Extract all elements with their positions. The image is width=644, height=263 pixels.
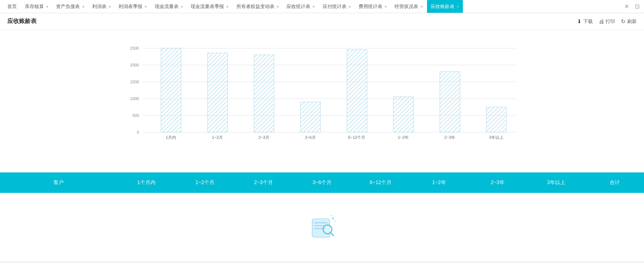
tab-home[interactable]: 首页 bbox=[3, 3, 21, 10]
tab-ap-stat[interactable]: 应付统计表 × bbox=[319, 0, 355, 13]
tab-close-profit[interactable]: × bbox=[109, 4, 111, 9]
svg-text:1500: 1500 bbox=[130, 80, 139, 84]
tab-close-ar-aging[interactable]: × bbox=[457, 4, 459, 9]
page-title: 应收账龄表 bbox=[7, 18, 37, 25]
svg-point-32 bbox=[331, 215, 332, 216]
tab-close-profit-quarterly[interactable]: × bbox=[145, 4, 147, 9]
bar-chart: 0 500 1000 1500 2000 2500 1月内 bbox=[15, 37, 629, 147]
window-maximize-button[interactable]: ⊡ bbox=[633, 3, 641, 10]
svg-point-31 bbox=[334, 221, 336, 222]
tab-cashflow-quarterly[interactable]: 现金流量表季报 × bbox=[187, 0, 232, 13]
table-header: 客户 1个月内 1~2个月 2~3个月 3~6个月 6~12个月 1~2年 2~… bbox=[0, 172, 644, 193]
bar-6~12个月 bbox=[347, 50, 367, 132]
bar-1月内 bbox=[161, 48, 181, 132]
tab-close-balance[interactable]: × bbox=[82, 4, 84, 9]
tab-close-equity[interactable]: × bbox=[277, 4, 279, 9]
tab-close-cashflow-quarterly[interactable]: × bbox=[226, 4, 228, 9]
th-customer: 客户 bbox=[0, 179, 117, 186]
svg-text:2500: 2500 bbox=[130, 46, 139, 50]
empty-state bbox=[0, 193, 644, 244]
svg-text:1~2月: 1~2月 bbox=[212, 135, 223, 140]
svg-text:2~3月: 2~3月 bbox=[258, 135, 269, 140]
th-3-6month: 3~6个月 bbox=[293, 179, 351, 186]
bar-1~2月 bbox=[207, 53, 228, 132]
tab-operations[interactable]: 经营状况表 × bbox=[391, 0, 427, 13]
chart-area: 0 500 1000 1500 2000 2500 1月内 bbox=[0, 30, 644, 172]
tab-ar-stat[interactable]: 应收统计表 × bbox=[283, 0, 319, 13]
tab-close-operations[interactable]: × bbox=[420, 4, 423, 9]
tab-close-cashflow[interactable]: × bbox=[181, 4, 183, 9]
svg-text:1~2年: 1~2年 bbox=[398, 135, 409, 140]
th-6-12month: 6~12个月 bbox=[351, 179, 410, 186]
header-actions: ⬇ 下载 🖨 打印 ↻ 刷新 bbox=[577, 18, 637, 25]
tab-expense[interactable]: 费用统计表 × bbox=[355, 0, 391, 13]
tab-bar: 首页 库存核算 × 资产负债表 × 利润表 × 利润表季报 × 现金流量表 × … bbox=[0, 0, 644, 13]
svg-text:6~12个月: 6~12个月 bbox=[348, 135, 366, 140]
bar-2~3月 bbox=[254, 55, 274, 132]
print-button[interactable]: 🖨 打印 bbox=[599, 18, 615, 25]
refresh-button[interactable]: ↻ 刷新 bbox=[621, 18, 637, 25]
download-icon: ⬇ bbox=[577, 18, 582, 25]
bar-2~3年 bbox=[440, 72, 460, 132]
refresh-icon: ↻ bbox=[621, 18, 626, 25]
print-icon: 🖨 bbox=[599, 18, 604, 24]
empty-illustration bbox=[304, 207, 340, 244]
tab-profit[interactable]: 利润表 × bbox=[89, 0, 115, 13]
tab-equity[interactable]: 所有者权益变动表 × bbox=[233, 0, 283, 13]
svg-text:2~3年: 2~3年 bbox=[444, 135, 455, 140]
page-header: 应收账龄表 ⬇ 下载 🖨 打印 ↻ 刷新 bbox=[0, 13, 644, 30]
tab-close-expense[interactable]: × bbox=[385, 4, 387, 9]
th-3plus: 3年以上 bbox=[527, 179, 585, 186]
tab-profit-quarterly[interactable]: 利润表季报 × bbox=[115, 0, 151, 13]
tab-close-ap-stat[interactable]: × bbox=[349, 4, 351, 9]
download-button[interactable]: ⬇ 下载 bbox=[577, 18, 593, 25]
svg-text:1000: 1000 bbox=[130, 96, 139, 101]
svg-text:2000: 2000 bbox=[130, 63, 139, 67]
chart-container: 0 500 1000 1500 2000 2500 1月内 bbox=[15, 37, 629, 147]
tab-inventory[interactable]: 库存核算 × bbox=[21, 0, 52, 13]
window-controls: ✕ ⊡ bbox=[623, 3, 641, 10]
th-1month: 1个月内 bbox=[117, 179, 176, 186]
bar-3~6月 bbox=[300, 102, 321, 132]
tab-balance[interactable]: 资产负债表 × bbox=[52, 0, 88, 13]
th-total: 合计 bbox=[585, 179, 644, 186]
main-content: 0 500 1000 1500 2000 2500 1月内 bbox=[0, 30, 644, 261]
svg-text:500: 500 bbox=[132, 113, 139, 118]
bar-1~2年 bbox=[393, 97, 413, 132]
svg-text:0: 0 bbox=[137, 130, 139, 134]
svg-point-28 bbox=[325, 226, 330, 232]
bar-3年以上 bbox=[486, 107, 506, 132]
tab-close-ar-stat[interactable]: × bbox=[312, 4, 315, 9]
svg-text:3年以上: 3年以上 bbox=[489, 135, 503, 140]
th-1-2month: 1~2个月 bbox=[176, 179, 234, 186]
svg-text:1月内: 1月内 bbox=[166, 135, 176, 140]
tab-close-inventory[interactable]: × bbox=[46, 4, 48, 9]
svg-point-30 bbox=[332, 217, 334, 220]
th-2-3month: 2~3个月 bbox=[234, 179, 293, 186]
th-1-2year: 1~2年 bbox=[410, 179, 468, 186]
tab-cashflow[interactable]: 现金流量表 × bbox=[151, 0, 187, 13]
tab-ar-aging[interactable]: 应收账龄表 × bbox=[427, 0, 463, 13]
window-close-button[interactable]: ✕ bbox=[623, 3, 630, 10]
svg-text:3~6月: 3~6月 bbox=[305, 135, 316, 140]
th-2-3year: 2~3年 bbox=[468, 179, 527, 186]
